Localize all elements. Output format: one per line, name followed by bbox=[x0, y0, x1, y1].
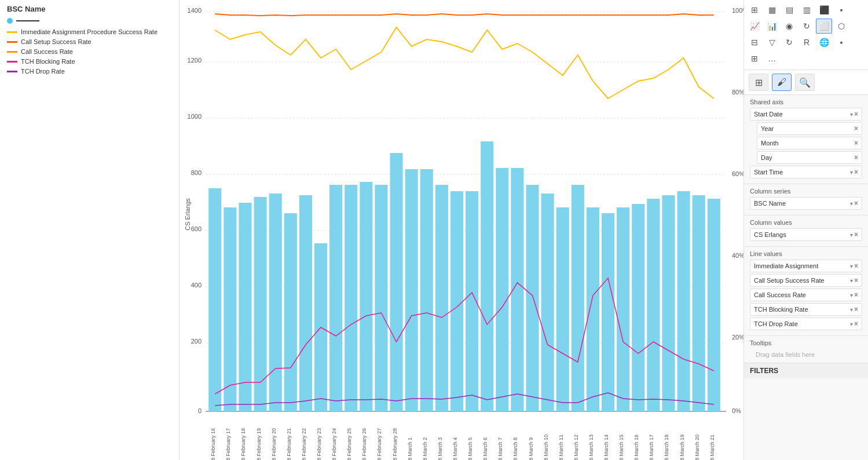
svg-text:2018 March 15: 2018 March 15 bbox=[618, 435, 624, 460]
chart-area: 1400 1200 1000 800 600 400 200 0 100% 80… bbox=[180, 0, 744, 460]
close-cs-erlangs[interactable]: × bbox=[854, 231, 858, 239]
filters-header: FILTERS bbox=[744, 363, 868, 378]
field-label-cs-erlangs: CS Erlangs bbox=[754, 231, 786, 238]
svg-text:1000: 1000 bbox=[188, 113, 202, 120]
drag-hint: Drag data fields here bbox=[750, 349, 862, 360]
field-tch-drop-rate[interactable]: TCH Drop Rate ▾ × bbox=[750, 317, 862, 330]
shared-axis-start-date[interactable]: Start Date ▾ × bbox=[750, 108, 862, 121]
close-month[interactable]: × bbox=[854, 139, 858, 147]
svg-text:20%: 20% bbox=[732, 334, 744, 341]
legend-color-immediate bbox=[7, 31, 17, 33]
svg-text:2018 February 18: 2018 February 18 bbox=[240, 428, 246, 460]
vis-tab-table[interactable]: ⊞ bbox=[749, 74, 768, 91]
field-call-success-rate[interactable]: Call Success Rate ▾ × bbox=[750, 289, 862, 301]
chevron-cs-erlangs[interactable]: ▾ bbox=[850, 232, 853, 238]
svg-text:2018 February 26: 2018 February 26 bbox=[361, 428, 367, 460]
legend-label-call-success: Call Success Rate bbox=[21, 48, 73, 55]
toolbar-icon-15[interactable]: ↻ bbox=[781, 35, 797, 50]
svg-rect-57 bbox=[708, 199, 720, 411]
close-tch-blocking[interactable]: × bbox=[854, 305, 858, 313]
field-month[interactable]: Month × bbox=[757, 137, 862, 149]
chevron-tch-drop[interactable]: ▾ bbox=[850, 321, 853, 327]
right-panel: ⊞ ▦ ▤ ▥ ⬛ ▪ 📈 📊 ◉ ↻ ⬜ ⬡ ⊟ ▽ ↻ R 🌐 ▪ ⊞ … bbox=[744, 0, 868, 460]
svg-rect-35 bbox=[375, 185, 387, 411]
toolbar-icon-12[interactable]: ⬡ bbox=[833, 19, 849, 34]
field-immediate-assignment[interactable]: Immediate Assignment ▾ × bbox=[750, 260, 862, 272]
legend-color-tch-drop bbox=[7, 71, 17, 72]
toolbar-icon-7[interactable]: 📈 bbox=[746, 19, 763, 34]
field-call-setup-success[interactable]: Call Setup Success Rate ▾ × bbox=[750, 274, 862, 287]
close-tch-drop[interactable]: × bbox=[854, 320, 858, 328]
close-start-time[interactable]: × bbox=[854, 168, 858, 176]
column-series-section: Column series BSC Name ▾ × bbox=[744, 184, 868, 216]
svg-rect-38 bbox=[420, 169, 433, 411]
field-tch-blocking-rate[interactable]: TCH Blocking Rate ▾ × bbox=[750, 303, 862, 316]
toolbar-icon-4[interactable]: ▥ bbox=[799, 2, 815, 17]
vis-tab-analytics[interactable]: 🔍 bbox=[795, 74, 815, 91]
toolbar-icon-14[interactable]: ▽ bbox=[764, 35, 780, 50]
svg-rect-26 bbox=[239, 203, 251, 411]
toolbar-icon-11[interactable]: ⬜ bbox=[816, 19, 832, 34]
date-sub-fields: Year × Month × Day × bbox=[750, 122, 862, 164]
chevron-start-date[interactable]: ▾ bbox=[850, 111, 853, 118]
chevron-tch-blocking[interactable]: ▾ bbox=[850, 306, 853, 313]
field-bsc-name[interactable]: BSC Name ▾ × bbox=[750, 197, 862, 210]
legend-label-tch-drop: TCH Drop Rate bbox=[21, 68, 65, 75]
toolbar-icon-9[interactable]: ◉ bbox=[781, 19, 797, 34]
svg-rect-34 bbox=[360, 182, 372, 411]
field-year[interactable]: Year × bbox=[757, 122, 862, 135]
toolbar-icon-2[interactable]: ▦ bbox=[764, 2, 780, 17]
tooltips-section: Tooltips Drag data fields here bbox=[744, 336, 868, 363]
field-label-month: Month bbox=[761, 140, 779, 147]
chevron-call-success[interactable]: ▾ bbox=[850, 292, 853, 298]
svg-text:2018 March 18: 2018 March 18 bbox=[664, 435, 669, 460]
toolbar-icon-20[interactable]: … bbox=[764, 51, 780, 66]
chevron-call-setup[interactable]: ▾ bbox=[850, 278, 853, 284]
toolbar-icon-6[interactable]: ▪ bbox=[833, 2, 849, 17]
close-immediate[interactable]: × bbox=[854, 262, 858, 270]
chart-svg: 1400 1200 1000 800 600 400 200 0 100% 80… bbox=[180, 0, 744, 460]
field-cs-erlangs[interactable]: CS Erlangs ▾ × bbox=[750, 228, 862, 241]
svg-rect-24 bbox=[208, 188, 221, 411]
close-day[interactable]: × bbox=[854, 154, 858, 162]
chevron-immediate[interactable]: ▾ bbox=[850, 263, 853, 269]
toolbar-icon-8[interactable]: 📊 bbox=[764, 19, 780, 34]
vis-tab-format[interactable]: 🖌 bbox=[772, 74, 792, 91]
svg-text:2018 March 2: 2018 March 2 bbox=[422, 437, 428, 460]
svg-text:2018 March 4: 2018 March 4 bbox=[452, 437, 458, 460]
toolbar-icon-18[interactable]: ▪ bbox=[833, 35, 849, 50]
toolbar-icon-5[interactable]: ⬛ bbox=[816, 2, 832, 17]
toolbar-icon-10[interactable]: ↻ bbox=[799, 19, 815, 34]
svg-rect-25 bbox=[224, 207, 236, 411]
svg-text:2018 March 3: 2018 March 3 bbox=[437, 437, 443, 460]
close-year[interactable]: × bbox=[854, 125, 858, 133]
line-values-section: Line values Immediate Assignment ▾ × Cal… bbox=[744, 247, 868, 336]
svg-text:2018 March 9: 2018 March 9 bbox=[528, 437, 533, 460]
close-call-success[interactable]: × bbox=[854, 291, 858, 299]
chevron-start-time[interactable]: ▾ bbox=[850, 169, 853, 176]
close-bsc-name[interactable]: × bbox=[854, 199, 858, 207]
icon-row-4: ⊞ … bbox=[746, 51, 866, 66]
toolbar-icon-3[interactable]: ▤ bbox=[781, 2, 797, 17]
svg-rect-40 bbox=[451, 191, 463, 411]
svg-rect-27 bbox=[254, 197, 267, 411]
field-day[interactable]: Day × bbox=[757, 151, 862, 164]
close-call-setup[interactable]: × bbox=[854, 276, 858, 284]
toolbar-icon-16[interactable]: R bbox=[799, 35, 815, 50]
field-actions-start-time: ▾ × bbox=[850, 168, 858, 176]
toolbar-icon-17[interactable]: 🌐 bbox=[816, 35, 832, 50]
svg-text:40%: 40% bbox=[732, 252, 744, 259]
field-label-start-date: Start Date bbox=[754, 111, 783, 118]
field-start-time[interactable]: Start Time ▾ × bbox=[750, 166, 862, 178]
close-start-date[interactable]: × bbox=[854, 110, 858, 118]
field-label-start-time: Start Time bbox=[754, 169, 783, 176]
toolbar-icon-13[interactable]: ⊟ bbox=[746, 35, 763, 50]
toolbar-icon-1[interactable]: ⊞ bbox=[746, 2, 763, 17]
chevron-bsc-name[interactable]: ▾ bbox=[850, 200, 853, 207]
toolbar-icon-19[interactable]: ⊞ bbox=[746, 51, 763, 66]
shared-axis-section: Shared axis Start Date ▾ × Year × Month … bbox=[744, 95, 868, 184]
svg-rect-33 bbox=[345, 185, 357, 411]
legend-bsc-item bbox=[7, 18, 172, 24]
svg-rect-51 bbox=[617, 207, 629, 411]
svg-text:1200: 1200 bbox=[188, 57, 202, 64]
